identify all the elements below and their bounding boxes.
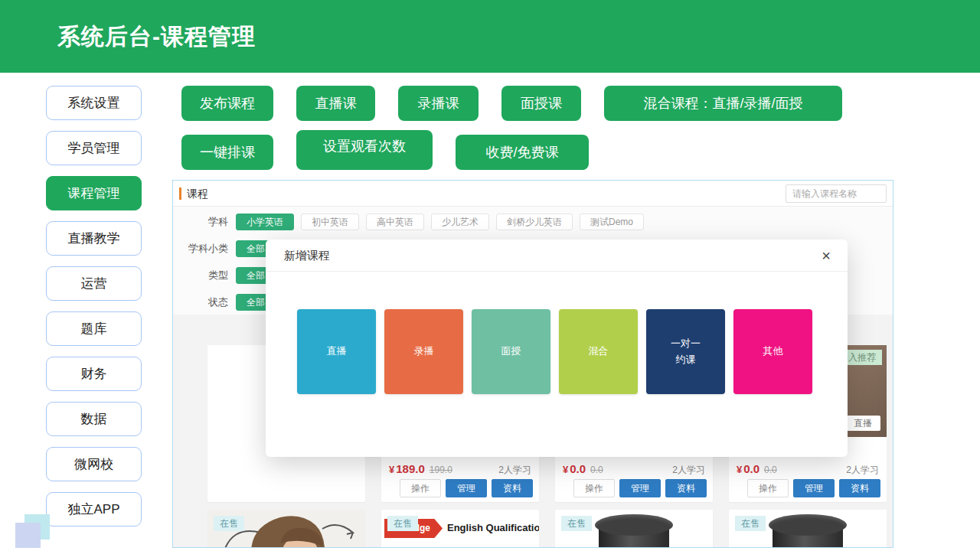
course-price: 0.0 (743, 462, 760, 475)
students-count: 2人学习 (846, 464, 879, 477)
course-old-price: 0.0 (764, 465, 777, 475)
sidebar-item-data[interactable]: 数据 (46, 402, 142, 436)
filter-option[interactable]: 小学英语 (236, 214, 294, 230)
course-old-price: 0.0 (590, 465, 603, 475)
course-type-recorded[interactable]: 录播 (384, 309, 463, 394)
course-type-one-on-one[interactable]: 一对一 约课 (646, 309, 725, 394)
publish-course-button[interactable]: 发布课程 (181, 86, 273, 121)
onsale-badge: 在售 (735, 516, 766, 531)
course-type-other[interactable]: 其他 (733, 309, 812, 394)
price-row: ¥0.00.02人学习 (563, 462, 705, 476)
filter-option[interactable]: 剑桥少儿英语 (496, 214, 573, 230)
course-type-cards: 直播录播面授混合一对一 约课其他 (297, 309, 812, 394)
modal-title: 新增课程 (284, 240, 330, 272)
filter-option[interactable]: 初中英语 (301, 214, 359, 230)
course-type-mixed[interactable]: 混合 (559, 309, 638, 394)
material-button[interactable]: 资料 (665, 479, 707, 497)
sidebar: 系统设置学员管理课程管理直播教学运营题库财务数据微网校独立APP (46, 86, 142, 527)
price-row: ¥0.00.02人学习 (737, 462, 879, 476)
course-card[interactable]: 在售 (207, 510, 365, 548)
filter-options: 小学英语初中英语高中英语少儿艺术剑桥少儿英语测试Demo (236, 214, 644, 230)
filter-option[interactable]: 少儿艺术 (431, 214, 489, 230)
course-type-offline[interactable]: 面授 (472, 309, 550, 394)
course-type-live[interactable]: 直播 (297, 309, 376, 394)
course-type-badge: 直播 (845, 416, 880, 431)
sidebar-item-course-management[interactable]: 课程管理 (46, 176, 142, 210)
filter-label: 类型 (173, 269, 228, 282)
onsale-badge: 在售 (214, 516, 244, 531)
sidebar-item-micro-school[interactable]: 微网校 (46, 447, 142, 481)
page-title: 系统后台-课程管理 (57, 0, 256, 73)
filter-label: 学科小类 (173, 242, 228, 256)
sidebar-item-operations[interactable]: 运营 (46, 266, 142, 301)
card-actions: 操作管理资料 (747, 479, 880, 497)
cambridge-caption: English Qualifications (447, 522, 539, 533)
operate-button[interactable]: 操作 (747, 479, 789, 497)
panel-accent-bar (179, 187, 181, 200)
set-view-count-button[interactable]: 设置观看次数 (296, 130, 433, 170)
filter-option[interactable]: 测试Demo (580, 214, 644, 230)
live-course-button[interactable]: 直播课 (296, 86, 375, 121)
onsale-badge: 在售 (387, 516, 418, 531)
offline-course-button[interactable]: 面授课 (501, 86, 581, 121)
sidebar-item-student-management[interactable]: 学员管理 (46, 131, 142, 165)
panel-header: 课程 (173, 181, 893, 207)
panel-title: 课程 (187, 181, 208, 207)
close-icon[interactable]: × (822, 240, 831, 272)
sidebar-item-independent-app[interactable]: 独立APP (46, 492, 142, 527)
course-card[interactable]: 在售 (555, 510, 713, 548)
students-count: 2人学习 (672, 464, 705, 477)
sidebar-item-question-bank[interactable]: 题库 (46, 311, 142, 346)
app-header: 系统后台-课程管理 (0, 0, 980, 73)
recorded-course-button[interactable]: 录播课 (398, 86, 479, 121)
filter-label: 状态 (173, 295, 228, 309)
currency-symbol: ¥ (563, 464, 568, 475)
one-key-schedule-button[interactable]: 一键排课 (181, 135, 273, 170)
product-photo (769, 514, 847, 536)
course-card[interactable]: 在售 (729, 510, 887, 548)
course-search-input[interactable] (786, 184, 887, 203)
card-actions: 操作管理资料 (400, 479, 533, 497)
currency-symbol: ¥ (389, 464, 394, 475)
course-price: 0.0 (570, 462, 586, 475)
filter-option[interactable]: 高中英语 (366, 214, 424, 230)
course-old-price: 199.0 (430, 465, 452, 475)
manage-button[interactable]: 管理 (446, 479, 487, 497)
manage-button[interactable]: 管理 (619, 479, 661, 497)
operate-button[interactable]: 操作 (400, 479, 441, 497)
course-price: 189.0 (396, 462, 425, 475)
material-button[interactable]: 资料 (839, 479, 880, 497)
modal-header: 新增课程 × (266, 240, 848, 272)
filter-row: 学科小学英语初中英语高中英语少儿艺术剑桥少儿英语测试Demo (173, 214, 893, 230)
currency-symbol: ¥ (737, 464, 742, 475)
quick-buttons-row-1: 发布课程直播课录播课面授课混合课程：直播/录播/面授 (181, 86, 842, 121)
decoration-square-blue (15, 523, 41, 548)
price-row: ¥189.0199.02人学习 (389, 462, 531, 476)
operate-button[interactable]: 操作 (573, 479, 615, 497)
filter-label: 学科 (173, 215, 228, 229)
manage-button[interactable]: 管理 (793, 479, 835, 497)
card-actions: 操作管理资料 (573, 479, 707, 497)
add-course-modal: 新增课程 × 直播录播面授混合一对一 约课其他 (266, 240, 848, 457)
material-button[interactable]: 资料 (492, 479, 533, 497)
sidebar-item-finance[interactable]: 财务 (46, 357, 142, 391)
mixed-course-button[interactable]: 混合课程：直播/录播/面授 (604, 86, 842, 121)
paid-free-course-button[interactable]: 收费/免费课 (456, 135, 589, 170)
sidebar-item-system-settings[interactable]: 系统设置 (46, 86, 142, 120)
students-count: 2人学习 (498, 464, 531, 477)
product-photo (595, 514, 673, 536)
onsale-badge: 在售 (561, 516, 592, 531)
quick-buttons-row-2: 一键排课设置观看次数收费/免费课 (181, 135, 589, 170)
sidebar-item-live-teaching[interactable]: 直播教学 (46, 221, 142, 256)
course-card[interactable]: 在售bridgeEnglish Qualifications (381, 510, 539, 548)
